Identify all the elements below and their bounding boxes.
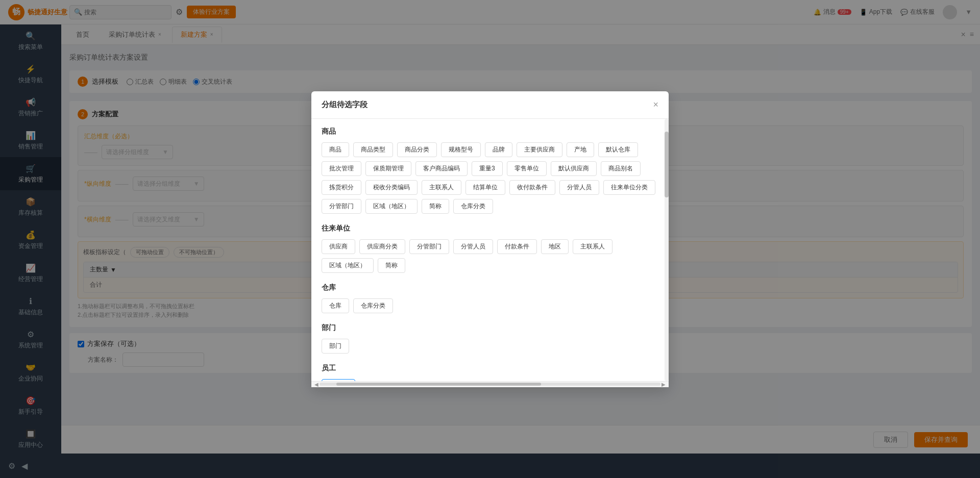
field-item-supplier-cat[interactable]: 供应商分类	[359, 239, 405, 254]
field-item-payment-terms[interactable]: 收付款条件	[509, 180, 555, 195]
group-title-partner: 往来单位	[322, 224, 658, 233]
field-items-department: 部门	[322, 339, 658, 354]
field-item-region-goods[interactable]: 区域（地区）	[365, 199, 418, 214]
field-items-partner: 供应商 供应商分类 分管部门 分管人员 付款条件 地区 主联系人 区域（地区） …	[322, 239, 658, 273]
scroll-h-track	[320, 383, 660, 386]
field-item-tax-code[interactable]: 税收分类编码	[365, 180, 418, 195]
scroll-right-arrow[interactable]: ▶	[660, 382, 667, 387]
field-item-warehouse-cat[interactable]: 仓库分类	[453, 199, 493, 214]
field-select-modal: 分组待选字段 × 商品 商品 商品类型 商品分类 规格型号 品牌 主要供应商 产…	[311, 91, 669, 387]
field-item-partner-category[interactable]: 往来单位分类	[603, 180, 655, 195]
group-title-warehouse: 仓库	[322, 283, 658, 292]
field-item-batch-mgmt[interactable]: 批次管理	[322, 161, 361, 176]
modal-scroll-bottom: ◀ ▶	[311, 381, 669, 387]
group-title-department: 部门	[322, 323, 658, 333]
field-item-area-partner[interactable]: 区域（地区）	[322, 258, 374, 273]
field-item-dept[interactable]: 分管部门	[322, 199, 361, 214]
field-item-expiry-mgmt[interactable]: 保质期管理	[365, 161, 411, 176]
field-item-abbr-partner[interactable]: 简称	[378, 258, 405, 273]
field-item-supplier[interactable]: 供应商	[322, 239, 355, 254]
modal-close-button[interactable]: ×	[653, 99, 658, 110]
field-items-goods: 商品 商品类型 商品分类 规格型号 品牌 主要供应商 产地 默认仓库 批次管理 …	[322, 142, 658, 214]
field-item-goods-category[interactable]: 商品分类	[397, 142, 437, 157]
field-item-weight[interactable]: 重量3	[472, 161, 503, 176]
group-title-goods: 商品	[322, 127, 658, 136]
field-item-dept-partner[interactable]: 分管部门	[409, 239, 449, 254]
field-item-default-supplier[interactable]: 默认供应商	[551, 161, 597, 176]
field-item-pick-points[interactable]: 拣货积分	[322, 180, 361, 195]
field-item-region-partner[interactable]: 地区	[541, 239, 569, 254]
field-item-default-warehouse[interactable]: 默认仓库	[598, 142, 638, 157]
field-group-warehouse: 仓库 仓库 仓库分类	[322, 283, 658, 313]
field-item-goods-type[interactable]: 商品类型	[353, 142, 393, 157]
field-item-contact-partner[interactable]: 主联系人	[573, 239, 612, 254]
field-items-warehouse: 仓库 仓库分类	[322, 298, 658, 313]
field-item-goods-alias[interactable]: 商品别名	[601, 161, 641, 176]
field-group-goods: 商品 商品 商品类型 商品分类 规格型号 品牌 主要供应商 产地 默认仓库 批次…	[322, 127, 658, 214]
field-item-retail-unit[interactable]: 零售单位	[507, 161, 547, 176]
field-item-manager[interactable]: 分管人员	[559, 180, 599, 195]
modal-header: 分组待选字段 ×	[311, 91, 669, 119]
scroll-left-arrow[interactable]: ◀	[313, 382, 320, 387]
field-item-payment-cond[interactable]: 付款条件	[497, 239, 537, 254]
field-item-brand[interactable]: 品牌	[485, 142, 512, 157]
field-group-employee: 员工 业务员	[322, 364, 658, 381]
modal-title: 分组待选字段	[322, 100, 368, 110]
field-item-warehouse[interactable]: 仓库	[322, 298, 349, 313]
field-group-department: 部门 部门	[322, 323, 658, 354]
modal-body: 商品 商品 商品类型 商品分类 规格型号 品牌 主要供应商 产地 默认仓库 批次…	[311, 119, 669, 381]
field-item-warehouse-category[interactable]: 仓库分类	[353, 298, 393, 313]
field-item-department[interactable]: 部门	[322, 339, 349, 354]
field-item-customer-code[interactable]: 客户商品编码	[415, 161, 468, 176]
field-item-settlement-unit[interactable]: 结算单位	[465, 180, 505, 195]
field-item-manager-partner[interactable]: 分管人员	[453, 239, 493, 254]
group-title-employee: 员工	[322, 364, 658, 373]
field-item-origin[interactable]: 产地	[567, 142, 594, 157]
field-item-abbr[interactable]: 简称	[422, 199, 449, 214]
field-group-partner: 往来单位 供应商 供应商分类 分管部门 分管人员 付款条件 地区 主联系人 区域…	[322, 224, 658, 273]
field-item-main-contact[interactable]: 主联系人	[422, 180, 461, 195]
field-item-spec-model[interactable]: 规格型号	[441, 142, 481, 157]
scroll-h-thumb	[336, 383, 541, 386]
field-item-main-supplier[interactable]: 主要供应商	[517, 142, 562, 157]
field-item-goods[interactable]: 商品	[322, 142, 349, 157]
